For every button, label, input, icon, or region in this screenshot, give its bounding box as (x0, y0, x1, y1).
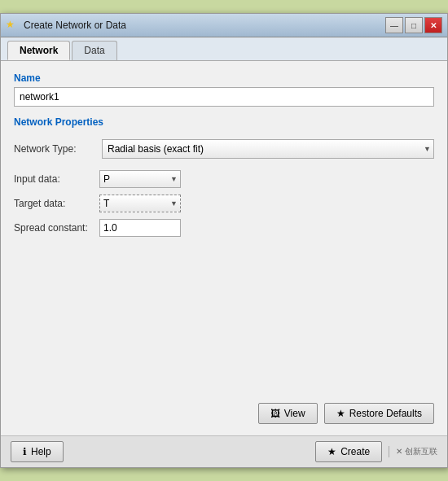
bottom-buttons: 🖼 View ★ Restore Defaults (14, 396, 434, 424)
footer-left: ℹ Help (11, 441, 64, 462)
input-data-label: Input data: (14, 173, 99, 185)
main-window: ★ Create Network or Data — □ ✕ Network D… (0, 13, 448, 468)
watermark-text: 创新互联 (405, 447, 437, 456)
create-icon: ★ (327, 446, 336, 457)
network-properties-section: Network Properties Network Type: Radial … (14, 116, 434, 237)
create-button[interactable]: ★ Create (315, 441, 382, 462)
input-group: Input data: P X Y ▼ Target data: (14, 170, 434, 237)
window-icon: ★ (6, 19, 19, 32)
content-area: Name Network Properties Network Type: Ra… (1, 61, 447, 435)
help-icon: ℹ (23, 446, 27, 457)
view-label: View (284, 408, 305, 419)
network-type-select[interactable]: Radial basis (exact fit) Feedforward Cas… (102, 139, 434, 159)
view-button[interactable]: 🖼 View (258, 403, 318, 424)
minimize-button[interactable]: — (385, 17, 403, 33)
maximize-button[interactable]: □ (405, 17, 423, 33)
title-bar-buttons: — □ ✕ (385, 17, 442, 33)
tab-data[interactable]: Data (72, 41, 116, 60)
window-title: Create Network or Data (24, 20, 126, 31)
watermark-icon: ✕ (396, 447, 402, 456)
title-bar: ★ Create Network or Data — □ ✕ (1, 14, 447, 37)
name-label: Name (14, 72, 434, 84)
spread-constant-row: Spread constant: (14, 219, 434, 237)
footer-right: ★ Create ✕ 创新互联 (315, 441, 437, 462)
view-icon: 🖼 (270, 408, 280, 419)
network-type-label: Network Type: (14, 143, 95, 155)
footer: ℹ Help ★ Create ✕ 创新互联 (1, 435, 447, 467)
help-label: Help (31, 446, 51, 457)
restore-defaults-label: Restore Defaults (349, 408, 422, 419)
network-type-row: Network Type: Radial basis (exact fit) F… (14, 139, 434, 159)
help-button[interactable]: ℹ Help (11, 441, 64, 462)
title-bar-left: ★ Create Network or Data (6, 19, 126, 32)
restore-icon: ★ (336, 408, 345, 419)
tab-bar: Network Data (1, 37, 447, 61)
target-data-select-wrapper: T Y Z ▼ (99, 195, 181, 212)
spread-constant-label: Spread constant: (14, 222, 99, 234)
target-data-label: Target data: (14, 198, 99, 209)
target-data-row: Target data: T Y Z ▼ (14, 195, 434, 212)
input-data-select[interactable]: P X Y (99, 170, 181, 188)
target-data-select[interactable]: T Y Z (99, 195, 181, 212)
restore-defaults-button[interactable]: ★ Restore Defaults (324, 403, 434, 424)
watermark: ✕ 创新互联 (389, 446, 437, 457)
name-input[interactable] (14, 87, 434, 107)
input-data-row: Input data: P X Y ▼ (14, 170, 434, 188)
name-section: Name (14, 72, 434, 107)
spread-constant-input[interactable] (99, 219, 181, 237)
create-label: Create (340, 446, 370, 457)
network-properties-label: Network Properties (14, 116, 434, 128)
tab-network[interactable]: Network (7, 41, 70, 60)
close-button[interactable]: ✕ (424, 17, 442, 33)
input-data-select-wrapper: P X Y ▼ (99, 170, 181, 188)
network-type-select-wrapper: Radial basis (exact fit) Feedforward Cas… (102, 139, 434, 159)
